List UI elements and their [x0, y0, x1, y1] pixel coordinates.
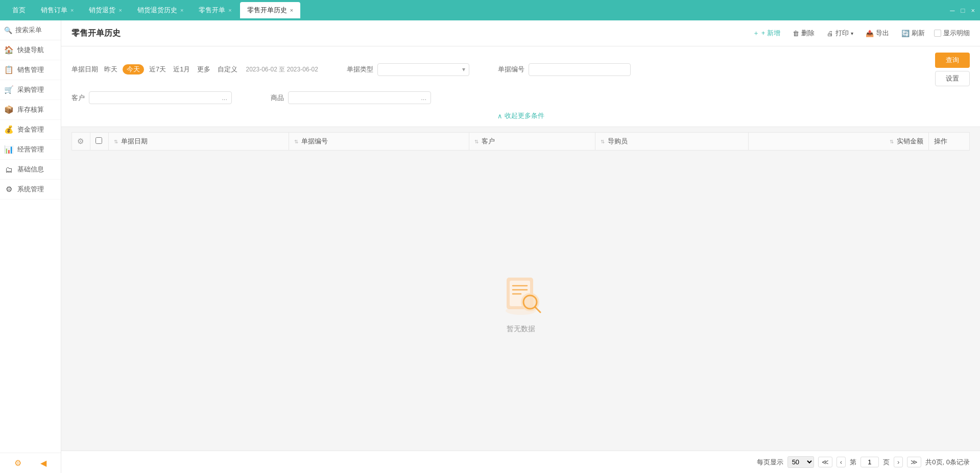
sidebar-label-basic-info: 基础信息	[17, 165, 44, 174]
goods-filter-field: 商品 ...	[271, 91, 431, 104]
sidebar-label-quick-nav: 快捷导航	[17, 45, 44, 55]
page-suffix: 页	[883, 458, 890, 467]
sidebar-icon-basic-info: 🗂	[4, 165, 13, 174]
collapse-up-icon: ∧	[497, 112, 503, 120]
type-select[interactable]	[377, 63, 469, 76]
date-filter-label: 单据日期	[71, 65, 98, 74]
date-7days-btn[interactable]: 近7天	[147, 64, 168, 75]
table-header-row: ⚙ ⇅ 单据日期 ⇅ 单据编号	[72, 133, 970, 151]
sidebar-item-basic-info[interactable]: 🗂基础信息	[0, 160, 61, 180]
tab-home[interactable]: 首页	[5, 2, 33, 18]
sort-number-icon[interactable]: ⇅	[294, 139, 298, 144]
new-button[interactable]: ＋ + 新增	[750, 27, 783, 40]
refresh-icon: 🔄	[901, 30, 910, 37]
collapse-bar[interactable]: ∧ 收起更多条件	[71, 109, 970, 122]
th-customer: ⇅ 客户	[469, 133, 595, 151]
date-1month-btn[interactable]: 近1月	[171, 64, 192, 75]
page-total-text: 共0页, 0条记录	[925, 458, 970, 467]
refresh-button[interactable]: 🔄 刷新	[898, 27, 928, 40]
prev-page-btn[interactable]: ‹	[836, 457, 846, 467]
tab-close-retail-open-history[interactable]: ×	[290, 7, 293, 13]
date-more-btn[interactable]: 更多	[195, 64, 212, 75]
sidebar-icon-finance: 💰	[4, 125, 13, 134]
table-area: ⚙ ⇅ 单据日期 ⇅ 单据编号	[61, 127, 980, 451]
goods-browse-btn[interactable]: ...	[421, 94, 426, 102]
tab-close-sales-order[interactable]: ×	[70, 7, 74, 13]
sidebar-icon-quick-nav: 🏠	[4, 45, 13, 55]
select-all-checkbox[interactable]	[95, 137, 102, 144]
date-custom-btn[interactable]: 自定义	[216, 64, 240, 75]
sidebar-search[interactable]: 🔍 搜索采单	[0, 20, 61, 40]
filter-row-2: 客户 ... 商品 ...	[71, 91, 970, 104]
number-filter-field: 单据编号	[498, 63, 631, 76]
show-detail-toggle[interactable]: 显示明细	[934, 29, 970, 38]
minimize-btn[interactable]: ─	[950, 7, 954, 14]
goods-input[interactable]	[293, 94, 421, 102]
export-button[interactable]: 📤 导出	[863, 27, 892, 40]
number-filter-label: 单据编号	[498, 65, 524, 74]
empty-state: 暂无数据	[71, 151, 970, 451]
sidebar-item-inventory[interactable]: 📦库存核算	[0, 100, 61, 120]
sidebar-item-quick-nav[interactable]: 🏠快捷导航	[0, 40, 61, 60]
customer-browse-btn[interactable]: ...	[222, 94, 227, 102]
date-range-text: 2023-06-02 至 2023-06-02	[246, 65, 318, 74]
page-title: 零售开单历史	[71, 28, 121, 39]
page-number-input[interactable]	[861, 457, 879, 467]
sidebar-item-operations[interactable]: 📊经营管理	[0, 140, 61, 160]
tab-close-sales-return[interactable]: ×	[118, 7, 122, 13]
per-page-label: 每页显示	[757, 458, 783, 467]
export-icon: 📤	[866, 30, 874, 37]
table-settings-icon[interactable]: ⚙	[77, 137, 84, 145]
close-btn[interactable]: ×	[971, 7, 975, 14]
tab-retail-open-history[interactable]: 零售开单历史×	[240, 2, 300, 18]
tab-retail-open[interactable]: 零售开单×	[192, 2, 238, 18]
collapse-sidebar-btn[interactable]: ◀	[40, 458, 46, 468]
restore-btn[interactable]: □	[961, 7, 965, 14]
date-yesterday-btn[interactable]: 昨天	[102, 64, 119, 75]
first-page-btn[interactable]: ≪	[818, 457, 832, 467]
settings-bottom-icon[interactable]: ⚙	[14, 458, 21, 468]
sidebar-item-system[interactable]: ⚙系统管理	[0, 180, 61, 200]
last-page-btn[interactable]: ≫	[907, 457, 921, 467]
sort-guide-icon[interactable]: ⇅	[601, 139, 605, 144]
toolbar: ＋ + 新增 🗑 删除 🖨 打印 ▾ 📤 导出 🔄	[750, 27, 970, 40]
tab-sales-return[interactable]: 销货退货×	[82, 2, 129, 18]
show-detail-checkbox[interactable]	[934, 30, 941, 37]
tab-sales-return-history[interactable]: 销货退货历史×	[130, 2, 190, 18]
type-select-wrap	[377, 63, 469, 76]
tab-close-retail-open[interactable]: ×	[228, 7, 231, 13]
customer-filter-label: 客户	[71, 93, 85, 103]
sidebar-item-finance[interactable]: 💰资金管理	[0, 120, 61, 140]
date-today-btn[interactable]: 今天	[123, 64, 144, 74]
sort-amount-icon[interactable]: ⇅	[890, 139, 894, 144]
empty-text: 暂无数据	[507, 325, 535, 334]
sidebar-item-sales-mgmt[interactable]: 📋销售管理	[0, 60, 61, 80]
th-guide: ⇅ 导购员	[595, 133, 748, 151]
sidebar-label-inventory: 库存核算	[17, 105, 44, 114]
tab-sales-order[interactable]: 销售订单×	[34, 2, 81, 18]
type-filter-field: 单据类型	[347, 63, 469, 76]
sidebar-item-purchase-mgmt[interactable]: 🛒采购管理	[0, 80, 61, 100]
th-action: 操作	[929, 133, 970, 151]
main-layout: 🔍 搜索采单 🏠快捷导航📋销售管理🛒采购管理📦库存核算💰资金管理📊经营管理🗂基础…	[0, 20, 980, 473]
page-header: 零售开单历史 ＋ + 新增 🗑 删除 🖨 打印 ▾ 📤 导出	[61, 20, 980, 46]
sort-date-icon[interactable]: ⇅	[114, 139, 118, 144]
empty-icon	[495, 267, 546, 318]
svg-line-8	[535, 307, 540, 312]
sort-customer-icon[interactable]: ⇅	[474, 139, 479, 144]
pagination-bar: 每页显示 50 100 ≪ ‹ 第 页 › ≫ 共0页, 0条记录	[61, 451, 980, 473]
query-button[interactable]: 查询	[935, 53, 970, 68]
print-button[interactable]: 🖨 打印 ▾	[824, 27, 856, 40]
per-page-select[interactable]: 50 100	[787, 456, 814, 468]
window-controls: ─ □ ×	[950, 7, 975, 14]
number-input[interactable]	[529, 63, 631, 76]
settings-button[interactable]: 设置	[935, 71, 970, 86]
next-page-btn[interactable]: ›	[894, 457, 903, 467]
delete-button[interactable]: 🗑 删除	[790, 27, 818, 40]
sidebar: 🔍 搜索采单 🏠快捷导航📋销售管理🛒采购管理📦库存核算💰资金管理📊经营管理🗂基础…	[0, 20, 61, 473]
customer-input[interactable]	[93, 94, 222, 102]
th-date: ⇅ 单据日期	[109, 133, 289, 151]
tab-close-sales-return-history[interactable]: ×	[180, 7, 183, 13]
type-filter-label: 单据类型	[347, 65, 373, 74]
sidebar-items-container: 🏠快捷导航📋销售管理🛒采购管理📦库存核算💰资金管理📊经营管理🗂基础信息⚙系统管理	[0, 40, 61, 200]
